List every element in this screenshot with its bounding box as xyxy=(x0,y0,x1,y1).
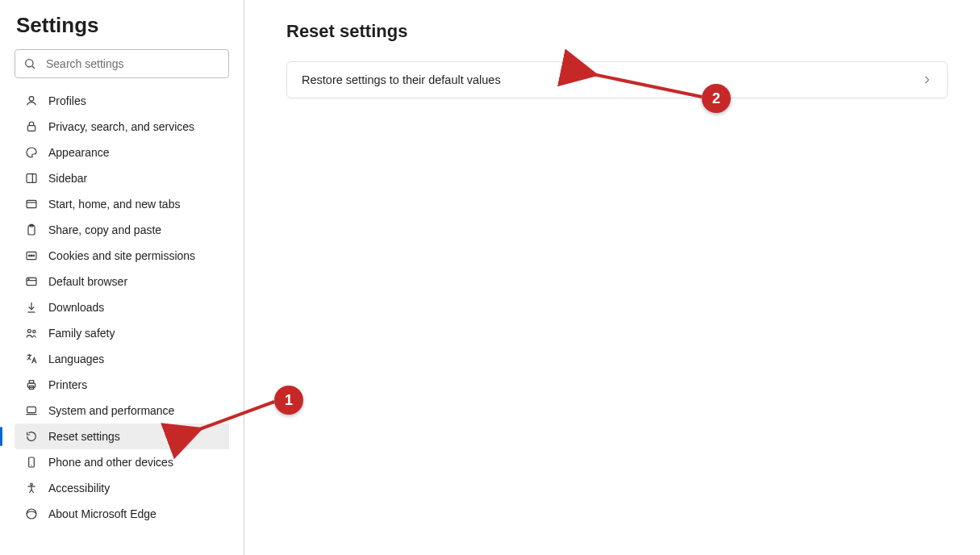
sidebar-item-sidebar[interactable]: Sidebar xyxy=(15,165,229,191)
sidebar-item-label: Languages xyxy=(48,353,104,365)
svg-point-0 xyxy=(26,60,33,67)
sidebar-item-label: Family safety xyxy=(48,327,115,340)
svg-rect-20 xyxy=(29,381,33,383)
clipboard-icon xyxy=(24,223,39,237)
sidebar-nav: Profiles Privacy, search, and services A… xyxy=(0,88,244,527)
sidebar-item-label: About Microsoft Edge xyxy=(48,507,156,520)
svg-point-18 xyxy=(33,330,35,332)
svg-point-11 xyxy=(29,255,31,257)
sidebar-item-family-safety[interactable]: Family safety xyxy=(15,320,229,346)
window-icon xyxy=(24,197,39,211)
sidebar-item-label: Phone and other devices xyxy=(48,456,173,469)
sidebar-item-reset-settings[interactable]: Reset settings xyxy=(15,424,229,449)
browser-icon xyxy=(24,274,39,289)
sidebar-item-accessibility[interactable]: Accessibility xyxy=(15,475,229,501)
svg-line-1 xyxy=(32,66,35,69)
sidebar-item-share-copy-paste[interactable]: Share, copy and paste xyxy=(15,217,229,243)
sidebar-item-appearance[interactable]: Appearance xyxy=(15,140,229,165)
sidebar-item-phone-devices[interactable]: Phone and other devices xyxy=(15,449,229,475)
sidebar-title: Settings xyxy=(0,0,244,49)
accessibility-icon xyxy=(24,481,39,495)
laptop-icon xyxy=(24,403,39,418)
sidebar-item-label: Reset settings xyxy=(48,430,120,443)
main-panel: Reset settings Restore settings to their… xyxy=(244,0,980,555)
svg-point-2 xyxy=(29,97,34,102)
sidebar-item-privacy[interactable]: Privacy, search, and services xyxy=(15,114,229,140)
sidebar-item-label: Start, home, and new tabs xyxy=(48,198,180,211)
edge-icon xyxy=(24,507,39,521)
sidebar-item-cookies[interactable]: Cookies and site permissions xyxy=(15,243,229,269)
reset-icon xyxy=(24,429,39,444)
svg-point-25 xyxy=(31,483,33,486)
svg-rect-10 xyxy=(27,252,36,259)
page-title: Reset settings xyxy=(286,21,948,42)
sidebar-item-downloads[interactable]: Downloads xyxy=(15,294,229,320)
sidebar-item-label: Sidebar xyxy=(48,172,87,185)
svg-point-13 xyxy=(33,255,35,257)
settings-sidebar: Settings Profiles Privacy, search, and xyxy=(0,0,244,555)
svg-rect-3 xyxy=(27,126,35,131)
sidebar-item-label: Cookies and site permissions xyxy=(48,249,195,262)
download-icon xyxy=(24,300,39,315)
svg-rect-4 xyxy=(27,174,36,183)
chevron-right-icon xyxy=(921,74,932,86)
search-input[interactable] xyxy=(44,50,228,77)
sidebar-item-profiles[interactable]: Profiles xyxy=(15,88,229,114)
sidebar-item-label: System and performance xyxy=(48,404,174,417)
sidebar-item-label: Accessibility xyxy=(48,482,110,494)
search-icon xyxy=(15,57,44,70)
sidebar-item-about[interactable]: About Microsoft Edge xyxy=(15,501,229,527)
svg-rect-6 xyxy=(27,200,36,207)
sidebar-item-default-browser[interactable]: Default browser xyxy=(15,269,229,294)
appearance-icon xyxy=(24,145,39,160)
sidebar-item-printers[interactable]: Printers xyxy=(15,372,229,398)
search-settings[interactable] xyxy=(15,49,229,78)
svg-rect-22 xyxy=(27,407,36,412)
profile-icon xyxy=(24,94,39,108)
sidebar-item-label: Profiles xyxy=(48,94,86,107)
sidebar-item-label: Appearance xyxy=(48,146,110,159)
svg-point-17 xyxy=(27,329,31,332)
sidebar-item-label: Printers xyxy=(48,378,87,391)
sidebar-item-label: Share, copy and paste xyxy=(48,223,161,236)
restore-settings-label: Restore settings to their default values xyxy=(302,73,501,86)
sidebar-item-label: Downloads xyxy=(48,301,104,314)
lock-icon xyxy=(24,119,39,134)
phone-icon xyxy=(24,455,39,469)
sidebar-item-start-home-tabs[interactable]: Start, home, and new tabs xyxy=(15,191,229,217)
restore-settings-button[interactable]: Restore settings to their default values xyxy=(286,61,948,98)
cookies-icon xyxy=(24,248,39,263)
svg-point-15 xyxy=(28,279,29,280)
sidebar-item-label: Default browser xyxy=(48,275,127,288)
svg-point-12 xyxy=(31,255,32,257)
printer-icon xyxy=(24,378,39,392)
sidebar-icon xyxy=(24,171,39,186)
language-icon xyxy=(24,352,39,366)
family-icon xyxy=(24,326,39,340)
svg-point-26 xyxy=(27,509,36,519)
sidebar-item-label: Privacy, search, and services xyxy=(48,120,194,133)
sidebar-item-languages[interactable]: Languages xyxy=(15,346,229,372)
sidebar-item-system-perf[interactable]: System and performance xyxy=(15,398,229,424)
